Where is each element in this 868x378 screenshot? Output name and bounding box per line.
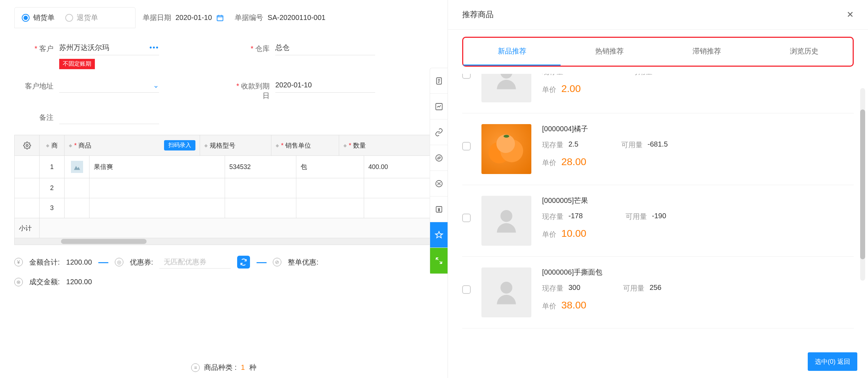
product-info: 250ml现存量19952可用量19903单价2.00 — [542, 74, 854, 102]
checkbox[interactable] — [462, 142, 471, 150]
price-value: 10.00 — [561, 228, 586, 239]
minus-icon: — — [256, 256, 266, 268]
col-qty[interactable]: ◆数量 — [339, 135, 386, 155]
product-list[interactable]: 250ml现存量19952可用量19903单价2.00[0000004]橘子现存… — [448, 74, 868, 345]
order-discount-label: 整单优惠: — [288, 257, 318, 267]
scrollbar-thumb[interactable] — [61, 239, 147, 244]
avail-label: 可用量 — [621, 140, 643, 150]
table-row[interactable]: 2 — [15, 178, 433, 198]
sort-icon: ◆ — [46, 143, 49, 148]
unit-cell: 包 — [296, 156, 364, 178]
deal-value: 1200.00 — [66, 278, 92, 286]
tab-hot[interactable]: 热销推荐 — [561, 38, 658, 66]
scrollbar-thumb[interactable] — [860, 109, 865, 259]
value: 2020-01-10 — [175, 14, 212, 22]
radio-icon — [22, 14, 30, 22]
product-item[interactable]: [0000005]芒果现存量-178可用量-190单价10.00 — [462, 185, 854, 257]
checkbox[interactable] — [462, 214, 471, 222]
stock-label: 现存量 — [542, 212, 563, 221]
rail-currency-icon[interactable] — [430, 196, 448, 222]
qty-cell: 400.00 — [364, 156, 410, 178]
label: 单据日期 — [143, 13, 171, 22]
minus-icon: — — [98, 256, 108, 268]
value: 2020-01-10 — [275, 81, 312, 89]
avail-value: 256 — [649, 284, 661, 293]
yen-icon: ¥ — [14, 258, 23, 266]
warehouse-field[interactable]: 仓库 总仓 — [230, 42, 375, 69]
deal-label: 成交金额: — [29, 277, 60, 287]
rail-link-icon[interactable] — [430, 119, 448, 145]
recommend-tabs: 新品推荐 热销推荐 滞销推荐 浏览历史 — [462, 37, 854, 67]
label: 收款到期日 — [230, 80, 270, 101]
row-index: 1 — [40, 156, 65, 178]
rail-star-icon[interactable] — [430, 222, 448, 248]
stock-label: 现存量 — [542, 140, 563, 150]
panel-title: 推荐商品 — [462, 9, 494, 20]
coupon-input[interactable]: 无匹配优惠券 — [159, 256, 231, 269]
stock-value: 2.5 — [568, 140, 578, 150]
svg-point-14 — [500, 282, 512, 293]
tab-history[interactable]: 浏览历史 — [755, 38, 853, 66]
value: SA-20200110-001 — [267, 14, 325, 22]
table-row[interactable]: 3 — [15, 198, 433, 218]
rail-notes-icon[interactable] — [430, 68, 448, 94]
rail-exchange-icon[interactable] — [430, 145, 448, 171]
select-return-button[interactable]: 选中(0) 返回 — [808, 352, 857, 371]
address-field[interactable]: 客户地址 ⌄ — [14, 80, 159, 101]
product-name: [0000005]芒果 — [542, 196, 854, 205]
radio-icon — [65, 14, 73, 22]
sort-icon: ◆ — [204, 143, 208, 148]
col-product[interactable]: ◆商品扫码录入 — [65, 135, 200, 155]
totals-section: ¥ 金额合计: 1200.00 — ◎ 优惠券: 无匹配优惠券 — ⊘ 整单优惠… — [14, 256, 433, 287]
refresh-button[interactable] — [237, 256, 250, 269]
tab-slow[interactable]: 滞销推荐 — [658, 38, 755, 66]
doc-date-field[interactable]: 单据日期 2020-01-10 — [143, 13, 224, 22]
ellipsis-icon[interactable]: ••• — [149, 44, 159, 52]
product-item[interactable]: [0000006]手撕面包现存量300可用量256单价38.00 — [462, 257, 854, 328]
col-spec[interactable]: ◆规格型号 — [200, 135, 271, 155]
recommend-panel: 推荐商品 ✕ 新品推荐 热销推荐 滞销推荐 浏览历史 250ml现存量19952… — [448, 0, 868, 378]
tab-new[interactable]: 新品推荐 — [463, 38, 561, 66]
svg-point-5 — [436, 155, 442, 161]
col-settings[interactable] — [15, 135, 40, 155]
checkbox[interactable] — [462, 285, 471, 294]
table-row[interactable]: 1 果倍爽 534532 包 400.00 — [15, 156, 433, 178]
horizontal-scrollbar[interactable] — [15, 238, 433, 245]
close-icon[interactable]: ✕ — [847, 10, 854, 20]
label: 客户地址 — [14, 80, 53, 91]
due-date-field[interactable]: 收款到期日 2020-01-10 — [230, 80, 375, 101]
list-icon: ≡ — [191, 363, 200, 372]
radio-label: 退货单 — [77, 13, 98, 22]
vertical-scrollbar[interactable] — [860, 88, 865, 281]
radio-sales-order[interactable]: 销货单 — [22, 13, 55, 22]
product-thumb — [65, 156, 90, 178]
checkbox[interactable] — [462, 74, 471, 79]
line-items-table: ◆商 ◆商品扫码录入 ◆规格型号 ◆销售单位 ◆数量 1 果倍爽 534532 … — [14, 135, 433, 245]
radio-label: 销货单 — [33, 13, 55, 22]
col-unit[interactable]: ◆销售单位 — [271, 135, 339, 155]
remark-field[interactable]: 备注 — [14, 111, 159, 124]
sort-icon: ◆ — [343, 143, 347, 148]
rail-remove-icon[interactable] — [430, 171, 448, 196]
avail-value: -681.5 — [648, 140, 668, 150]
avail-label: 可用量 — [623, 284, 644, 293]
price-label: 单价 — [542, 158, 556, 168]
doc-number-field: 单据编号 SA-20200110-001 — [235, 13, 325, 22]
price-value: 28.00 — [561, 156, 586, 168]
rail-chart-icon[interactable] — [430, 94, 448, 119]
rail-expand-icon[interactable] — [430, 248, 448, 274]
scan-input-button[interactable]: 扫码录入 — [164, 140, 195, 150]
label: 客户 — [14, 42, 53, 53]
stock-label: 现存量 — [542, 74, 563, 77]
price-label: 单价 — [542, 301, 556, 311]
subtotal-row: 小计 — [15, 218, 433, 238]
radio-return-order[interactable]: 退货单 — [65, 13, 98, 22]
product-item[interactable]: [0000004]橘子现存量2.5可用量-681.5单价28.00 — [462, 113, 854, 185]
product-info: [0000004]橘子现存量2.5可用量-681.5单价28.00 — [542, 124, 854, 174]
value: 总仓 — [275, 43, 290, 52]
customer-field[interactable]: 客户 苏州万达沃尔玛 ••• 不固定账期 — [14, 42, 159, 69]
col-image[interactable]: ◆商 — [40, 135, 65, 155]
product-item[interactable]: 250ml现存量19952可用量19903单价2.00 — [462, 74, 854, 113]
stock-label: 现存量 — [542, 284, 563, 293]
product-image — [481, 196, 531, 246]
